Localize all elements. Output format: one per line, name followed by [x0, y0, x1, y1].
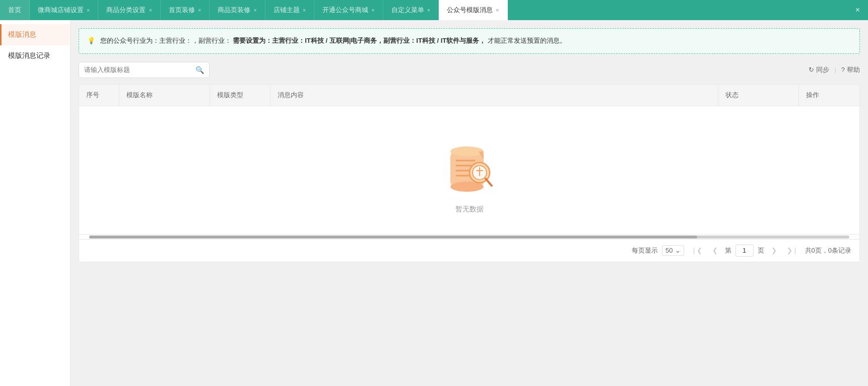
scroll-bar-area[interactable]	[79, 234, 859, 239]
help-icon: ?	[841, 66, 845, 73]
window-close-button[interactable]: ×	[847, 6, 868, 15]
search-row: 🔍 ↻ 同步 | ? 帮助	[79, 62, 860, 78]
page-prefix: 第	[725, 246, 731, 255]
col-name: 模版名称	[119, 85, 210, 106]
scroll-thumb[interactable]	[89, 236, 697, 239]
notice-box: 💡 您的公众号行业为：主营行业：，副营行业： 需要设置为：主营行业：IT科技 /…	[79, 28, 860, 54]
next-page-button[interactable]: ❯	[768, 246, 780, 255]
tab-product-category-close[interactable]: ×	[149, 7, 152, 13]
tab-home-decor-close[interactable]: ×	[198, 7, 201, 13]
empty-state: 暂无数据	[79, 106, 859, 234]
col-actions: 操作	[799, 85, 859, 106]
tab-product-decor-close[interactable]: ×	[253, 7, 256, 13]
scroll-track[interactable]	[89, 236, 849, 239]
svg-line-10	[486, 179, 492, 186]
col-index: 序号	[79, 85, 119, 106]
page-size-label: 每页显示	[632, 246, 658, 255]
sidebar: 模版消息 模版消息记录	[0, 20, 71, 386]
tab-custom-menu[interactable]: 自定义菜单 ×	[383, 0, 439, 20]
tab-custom-menu-close[interactable]: ×	[427, 7, 430, 13]
tab-shop-theme-close[interactable]: ×	[303, 7, 306, 13]
search-icon[interactable]: 🔍	[195, 66, 204, 74]
help-button[interactable]: ? 帮助	[841, 65, 860, 74]
prev-page-button[interactable]: ❮	[709, 246, 721, 255]
tab-bar: 首页 微商城店铺设置 × 商品分类设置 × 首页装修 × 商品页装修 × 店铺主…	[0, 0, 868, 20]
toolbar-right: ↻ 同步 | ? 帮助	[809, 65, 860, 74]
empty-text: 暂无数据	[455, 205, 484, 214]
data-table: 序号 模版名称 模版类型 消息内容 状态 操作	[79, 84, 860, 262]
col-type: 模版类型	[210, 85, 271, 106]
tab-product-decor[interactable]: 商品页装修 ×	[210, 0, 265, 20]
last-page-button[interactable]: ❯❘	[784, 246, 801, 255]
chevron-down-icon: ⌄	[675, 247, 681, 254]
search-input-wrap[interactable]: 🔍	[79, 62, 210, 78]
tab-open-wechat-shop-close[interactable]: ×	[371, 7, 374, 13]
tab-weishop-setting-close[interactable]: ×	[87, 7, 90, 13]
sidebar-item-template-msg[interactable]: 模版消息	[0, 24, 70, 45]
total-label: 共0页，0条记录	[805, 246, 851, 255]
tab-product-category[interactable]: 商品分类设置 ×	[98, 0, 160, 20]
page-size-select[interactable]: 50 ⌄	[662, 245, 684, 256]
pagination-row: 每页显示 50 ⌄ ❘❮ ❮ 第 页 ❯ ❯❘ 共0页，0条记录	[79, 239, 859, 262]
content-area: 💡 您的公众号行业为：主营行业：，副营行业： 需要设置为：主营行业：IT科技 /…	[71, 20, 868, 386]
page-label: 页	[758, 246, 764, 255]
tab-template-msg[interactable]: 公众号模版消息 ×	[439, 0, 507, 20]
sync-icon: ↻	[809, 66, 814, 73]
empty-illustration	[439, 136, 500, 197]
table-header: 序号 模版名称 模版类型 消息内容 状态 操作	[79, 85, 859, 106]
sync-button[interactable]: ↻ 同步	[809, 65, 829, 74]
main-layout: 模版消息 模版消息记录 💡 您的公众号行业为：主营行业：，副营行业： 需要设置为…	[0, 20, 868, 386]
tab-home[interactable]: 首页	[0, 0, 30, 20]
sidebar-item-template-msg-record[interactable]: 模版消息记录	[0, 45, 70, 66]
tab-home-decor[interactable]: 首页装修 ×	[161, 0, 210, 20]
tab-weishop-setting[interactable]: 微商城店铺设置 ×	[30, 0, 98, 20]
tab-shop-theme[interactable]: 店铺主题 ×	[265, 0, 314, 20]
col-content: 消息内容	[271, 85, 718, 106]
search-input[interactable]	[84, 66, 195, 73]
tab-open-wechat-shop[interactable]: 开通公众号商城 ×	[314, 0, 383, 20]
tab-template-msg-close[interactable]: ×	[496, 7, 499, 13]
page-number-input[interactable]	[736, 245, 754, 257]
first-page-button[interactable]: ❘❮	[688, 246, 705, 255]
col-status: 状态	[718, 85, 799, 106]
bulb-icon: 💡	[87, 37, 95, 44]
toolbar-divider: |	[834, 66, 836, 73]
